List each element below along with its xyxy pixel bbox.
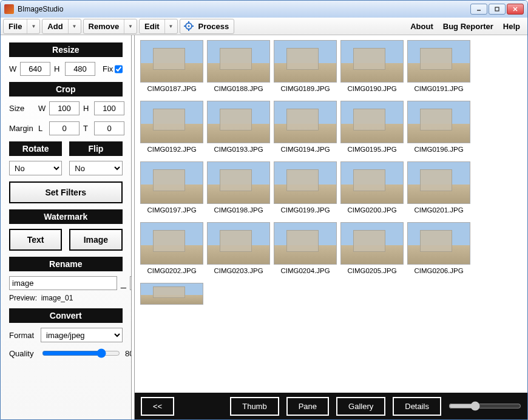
- view-pane-button[interactable]: Pane: [286, 397, 329, 416]
- thumbnail-label: CIMG0194.JPG: [280, 143, 330, 159]
- quality-value: 80%: [125, 349, 131, 358]
- close-button[interactable]: [507, 4, 524, 15]
- thumbnail[interactable]: CIMG0206.JPG: [407, 222, 471, 280]
- rotate-select[interactable]: No: [9, 161, 62, 175]
- thumbnail[interactable]: CIMG0203.JPG: [206, 222, 271, 280]
- maximize-button[interactable]: [489, 4, 506, 15]
- thumbnail-label: CIMG0198.JPG: [214, 204, 263, 220]
- thumbnail-image: [207, 161, 270, 204]
- crop-margin-label: Margin: [9, 124, 35, 133]
- window-title: BImageStudio: [18, 5, 469, 13]
- thumbnail[interactable]: CIMG0188.JPG: [206, 40, 271, 98]
- thumbnail-image: [274, 161, 337, 204]
- thumbnail-image: [274, 40, 337, 83]
- thumbnail[interactable]: CIMG0201.JPG: [407, 161, 471, 220]
- thumbnail-label: CIMG0205.JPG: [347, 265, 396, 280]
- thumbnail[interactable]: CIMG0193.JPG: [206, 101, 271, 159]
- format-label: Format: [9, 331, 37, 340]
- view-details-button[interactable]: Details: [393, 397, 441, 416]
- thumbnail-image: [140, 101, 203, 143]
- menu-file[interactable]: File▼: [3, 19, 40, 34]
- collapse-button[interactable]: <<: [141, 397, 174, 416]
- caret-down-icon: ▼: [124, 19, 137, 33]
- thumbnail-image: [340, 40, 404, 83]
- thumbnail-label: CIMG0197.JPG: [147, 204, 196, 220]
- zoom-slider[interactable]: [448, 401, 521, 411]
- caret-down-icon: ▼: [68, 19, 81, 33]
- thumbnail-image: [407, 222, 470, 265]
- menu-add[interactable]: Add▼: [42, 19, 81, 34]
- view-thumb-button[interactable]: Thumb: [230, 397, 279, 416]
- thumbnail[interactable]: CIMG0195.JPG: [340, 101, 404, 159]
- menu-process[interactable]: Process: [180, 19, 235, 34]
- resize-h-label: H: [54, 64, 61, 73]
- minimize-button[interactable]: [470, 4, 487, 15]
- thumbnail-label: CIMG0196.JPG: [414, 143, 463, 159]
- thumbnail-image: [274, 222, 337, 265]
- thumbnail[interactable]: CIMG0205.JPG: [340, 222, 404, 280]
- menubar: File▼ Add▼ Remove▼ Edit▼ Process About B…: [1, 18, 527, 35]
- caret-down-icon: ▼: [27, 19, 39, 33]
- crop-w-label: W: [38, 104, 46, 113]
- quality-label: Quality: [9, 349, 37, 358]
- view-gallery-button[interactable]: Gallery: [336, 397, 385, 416]
- menu-remove[interactable]: Remove▼: [83, 19, 138, 34]
- watermark-text-button[interactable]: Text: [9, 229, 62, 251]
- thumbnail-label: CIMG0192.JPG: [147, 143, 196, 159]
- thumbnail[interactable]: CIMG0197.JPG: [140, 161, 204, 220]
- thumbnail[interactable]: CIMG0199.JPG: [273, 161, 337, 220]
- sidebar: Resize W H Fix Crop Size W H Margin: [1, 35, 131, 419]
- thumbnail-image: [140, 161, 203, 204]
- format-select[interactable]: image/jpeg: [41, 328, 123, 342]
- crop-top-input[interactable]: [94, 121, 124, 135]
- thumbnail-image: [340, 101, 404, 143]
- flip-select[interactable]: No: [69, 161, 122, 175]
- crop-left-input[interactable]: [49, 121, 80, 135]
- resize-width-input[interactable]: [20, 62, 50, 76]
- resize-height-input[interactable]: [65, 62, 95, 76]
- thumbnail[interactable]: CIMG0204.JPG: [273, 222, 337, 280]
- menu-help[interactable]: Help: [498, 22, 525, 31]
- thumbnail[interactable]: [140, 283, 204, 305]
- thumbnail-label: CIMG0200.JPG: [347, 204, 396, 220]
- thumbnail-image: [140, 283, 203, 305]
- thumbnail-label: CIMG0191.JPG: [414, 83, 463, 98]
- crop-l-label: L: [38, 124, 46, 133]
- thumbnail[interactable]: CIMG0192.JPG: [140, 101, 204, 159]
- crop-h-label: H: [83, 104, 90, 113]
- menu-about[interactable]: About: [405, 22, 438, 31]
- thumbnail[interactable]: CIMG0189.JPG: [273, 40, 337, 98]
- thumbnail-image: [140, 40, 203, 83]
- convert-header: Convert: [9, 308, 123, 323]
- svg-rect-1: [495, 7, 499, 11]
- thumbnail-image: [340, 161, 404, 204]
- set-filters-button[interactable]: Set Filters: [9, 181, 123, 203]
- thumbnail[interactable]: CIMG0194.JPG: [273, 101, 337, 159]
- thumbnail[interactable]: CIMG0196.JPG: [407, 101, 471, 159]
- crop-header: Crop: [9, 82, 123, 97]
- crop-size-label: Size: [9, 104, 35, 113]
- rename-base-input[interactable]: [9, 276, 117, 290]
- resize-w-label: W: [9, 64, 16, 73]
- thumbnail[interactable]: CIMG0200.JPG: [340, 161, 404, 220]
- resize-fix-checkbox[interactable]: [115, 65, 123, 73]
- thumbnail-image: [207, 40, 270, 83]
- watermark-header: Watermark: [9, 209, 123, 224]
- watermark-image-button[interactable]: Image: [69, 229, 122, 251]
- svg-point-5: [188, 25, 189, 27]
- gallery-scroll[interactable]: CIMG0187.JPGCIMG0188.JPGCIMG0189.JPGCIMG…: [135, 35, 527, 393]
- thumbnail[interactable]: CIMG0198.JPG: [206, 161, 271, 220]
- quality-slider[interactable]: [42, 348, 120, 358]
- thumbnail[interactable]: CIMG0202.JPG: [140, 222, 204, 280]
- thumbnail[interactable]: CIMG0187.JPG: [140, 40, 204, 98]
- crop-height-input[interactable]: [94, 101, 124, 115]
- menu-bug-reporter[interactable]: Bug Reporter: [438, 22, 498, 31]
- thumbnail-label: CIMG0188.JPG: [214, 83, 263, 98]
- thumbnail[interactable]: CIMG0190.JPG: [340, 40, 404, 98]
- gear-icon: [184, 21, 194, 31]
- thumbnail-image: [407, 161, 470, 204]
- crop-width-input[interactable]: [49, 101, 80, 115]
- thumbnail[interactable]: CIMG0191.JPG: [407, 40, 471, 98]
- thumbnail-label: CIMG0190.JPG: [347, 83, 396, 98]
- menu-edit[interactable]: Edit▼: [139, 19, 177, 34]
